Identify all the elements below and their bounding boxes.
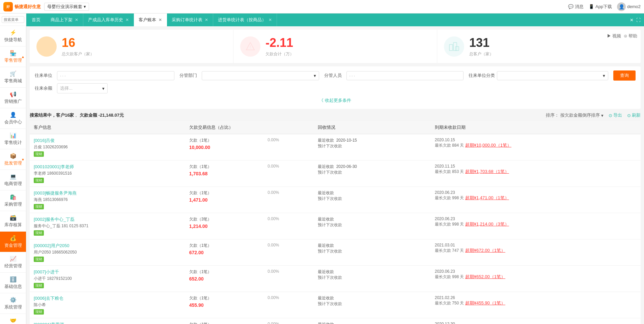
- tab-production-close[interactable]: ✕: [125, 18, 129, 22]
- tab-goods-status-close[interactable]: ✕: [75, 18, 78, 22]
- overdue-link-1[interactable]: 超期¥1,703.68（1笔）: [465, 169, 509, 174]
- customer-contact-5: 小进千 18279152100: [34, 276, 181, 282]
- box-icon: 📦: [2, 153, 24, 159]
- supplier-input[interactable]: ···: [57, 71, 174, 80]
- customer-name-link-4[interactable]: [000002]用户2050: [34, 243, 69, 248]
- dept-select[interactable]: ▾: [202, 71, 319, 80]
- person-label: 分管人员: [324, 72, 344, 79]
- tab-expand-icon[interactable]: ✕: [630, 18, 634, 23]
- table-body: [0016]吕俊 吕俊 13026203696 现销 欠款（1笔） 10,000…: [30, 134, 641, 324]
- cell-due-1: 2020.11.15 最长欠款 853 天 超期¥1,703.68（1笔）: [431, 160, 641, 187]
- customer-name-link-1[interactable]: [0001020001]李老师: [34, 164, 74, 169]
- stat-card-3: 131 总客户（家） ▶ 视频 ⊙ 帮助: [437, 30, 641, 63]
- cell-ratio-1: 0.00%: [263, 160, 314, 187]
- customer-name-link-5[interactable]: [0007]小进千: [34, 269, 59, 274]
- customer-name-link-3[interactable]: [0002]服务中心_丁磊: [34, 217, 75, 222]
- export-button[interactable]: ⊙ 导出: [609, 112, 622, 118]
- debt-amount-5[interactable]: 652.00: [189, 276, 259, 282]
- svg-text:!: !: [250, 45, 251, 50]
- debt-amount-3[interactable]: 1,214.00: [189, 224, 259, 229]
- sidebar-item-huiyuan[interactable]: 👤 会员中心: [0, 108, 26, 129]
- customer-contact-1: 李老师 18600391516: [34, 171, 181, 176]
- stat-label-1: 总欠款客户（家）: [62, 51, 94, 57]
- cell-due-7: 2020.12.30 最长欠款 808 天 超期¥429.00（1笔）: [431, 318, 641, 324]
- sort-selector[interactable]: 排序： 按欠款金额倒序排序 ▾: [546, 112, 604, 118]
- overdue-link-5[interactable]: 超期¥652.00（1笔）: [465, 274, 505, 279]
- sidebar-item-kucun[interactable]: 🗃️ 库存核算: [0, 211, 26, 232]
- arrow-icon: ▲: [21, 55, 25, 59]
- tab-production-history[interactable]: 产成品入库单历史 ✕: [83, 13, 134, 26]
- company-selector[interactable]: 母婴行业演示账套 ▾: [44, 3, 89, 11]
- help-button[interactable]: ⊙ 帮助: [624, 33, 637, 39]
- sidebar-item-yingxiao[interactable]: 📢 营销推广: [0, 88, 26, 108]
- debt-amount-4[interactable]: 672.00: [189, 250, 259, 255]
- tab-purchase-close[interactable]: ✕: [205, 18, 208, 22]
- overdue-link-2[interactable]: 超期¥1,471.00（1笔）: [465, 195, 509, 200]
- cart-icon: 🛒: [2, 70, 24, 77]
- tab-purchase-stat[interactable]: 采购订单统计表 ✕: [167, 13, 213, 26]
- balance-select[interactable]: 选择... ▾: [57, 83, 108, 93]
- debt-amount-6[interactable]: 455.90: [189, 302, 259, 308]
- tab-customer-account[interactable]: 客户账本 ✕: [134, 13, 167, 26]
- view-video-button[interactable]: ▶ 视频: [607, 33, 621, 39]
- collect-label-5: 最近收款: [318, 269, 427, 275]
- balance-chevron: ▾: [102, 86, 105, 91]
- search-input[interactable]: [2, 16, 24, 23]
- filter-person: 分管人员 ···: [324, 71, 464, 80]
- overdue-days-4: 最长欠款 747 天 超期¥672.00（1笔）: [435, 247, 637, 254]
- sidebar-item-lingshou[interactable]: 🏪 零售管理 ▲: [0, 47, 26, 67]
- tab-inbound-label: 进货单统计表（按商品）: [218, 17, 266, 23]
- cell-ratio-3: 0.00%: [263, 213, 314, 239]
- sidebar-item-pifa[interactable]: 📦 批发管理 ▼: [0, 149, 26, 170]
- tab-fullscreen-icon[interactable]: ⛶: [636, 18, 641, 23]
- cell-customer-7: [000001]黄思源 黄思源 13552700226 现销: [30, 318, 185, 324]
- debt-amount-2[interactable]: 1,471.00: [189, 197, 259, 203]
- customer-name-link-6[interactable]: [0006]去下粮仓: [34, 296, 63, 301]
- search-button[interactable]: 查询: [613, 70, 636, 81]
- person-input[interactable]: ···: [346, 71, 464, 80]
- debt-amount-0[interactable]: 10,000.00: [189, 145, 259, 150]
- sidebar-item-caigou[interactable]: 🛍️ 采购管理: [0, 190, 26, 211]
- cell-ratio-5: 0.00%: [263, 266, 314, 292]
- sidebar-item-kuaijie[interactable]: ⚡ 快捷导航: [0, 26, 26, 47]
- overdue-link-3[interactable]: 超期¥1,214.00（3笔）: [465, 222, 509, 227]
- debt-amount-1[interactable]: 1,703.68: [189, 171, 259, 176]
- tab-inbound-close[interactable]: ✕: [269, 18, 272, 22]
- overdue-link-0[interactable]: 超期¥10,000.00（1笔）: [465, 143, 511, 148]
- overdue-link-4[interactable]: 超期¥672.00（1笔）: [465, 248, 505, 253]
- collapse-button[interactable]: 《 收起更多条件: [35, 96, 636, 105]
- customer-name-link-0[interactable]: [0016]吕俊: [34, 138, 55, 143]
- refresh-button[interactable]: ⊙ 刷新: [627, 112, 641, 118]
- tab-right-actions: ✕ ⛶: [626, 18, 644, 23]
- shopping-icon: 🛍️: [2, 194, 24, 200]
- message-button[interactable]: 💬 消息: [568, 4, 584, 10]
- sidebar-item-shangcheng[interactable]: 🛒 零售商城: [0, 67, 26, 88]
- download-icon: 📱: [589, 4, 594, 9]
- sidebar-item-qiye[interactable]: 🤝 企业协同: [0, 314, 26, 324]
- sidebar-item-zijin[interactable]: 💰 资金管理: [0, 232, 26, 252]
- category-select[interactable]: ▾: [497, 71, 608, 80]
- username-label: demo2: [627, 4, 641, 9]
- sidebar-item-xitong[interactable]: ⚙️ 系统管理: [0, 293, 26, 314]
- overdue-link-6[interactable]: 超期¥455.90（1笔）: [465, 300, 505, 305]
- sidebar-item-diansahng[interactable]: 💻 电商管理: [0, 170, 26, 190]
- tab-home[interactable]: 首页: [26, 17, 46, 23]
- sidebar-item-tongji[interactable]: 📊 零售统计: [0, 129, 26, 149]
- sidebar-item-jingying[interactable]: 📈 经营管理: [0, 252, 26, 273]
- help-icon: ⊙: [624, 33, 627, 38]
- tab-customer-close[interactable]: ✕: [159, 18, 162, 22]
- due-date-0: 2020.10.15: [435, 138, 637, 142]
- customer-contact-0: 吕俊 13026203696: [34, 144, 181, 150]
- app-download-button[interactable]: 📱 App下载: [589, 4, 612, 10]
- sidebar-item-jichu[interactable]: ℹ️ 基础信息: [0, 273, 26, 293]
- customer-name-link-2[interactable]: [0003]畅捷服务尹海燕: [34, 190, 77, 196]
- debt-desc-0: 欠款（1笔）: [189, 138, 259, 143]
- cell-collect-5: 最近收款 预计下次收款: [314, 266, 431, 292]
- tab-goods-status[interactable]: 商品上下架 ✕: [46, 13, 83, 26]
- results-summary: 搜索结果中，客户16家: [30, 113, 74, 118]
- tab-inbound-stat[interactable]: 进货单统计表（按商品） ✕: [213, 13, 277, 26]
- customer-name-link-7[interactable]: [000001]黄思源: [34, 322, 64, 324]
- debt-ratio-0: 0.00%: [268, 138, 310, 142]
- stat-value-3: 131: [469, 36, 494, 50]
- user-menu[interactable]: 👤 demo2: [617, 2, 641, 11]
